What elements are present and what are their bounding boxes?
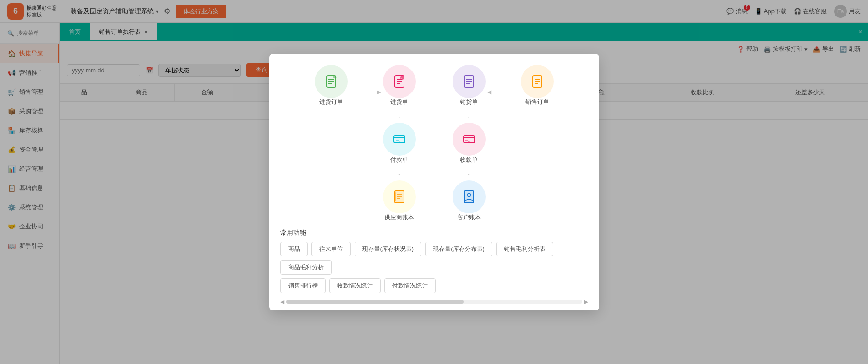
logo-icon: 6 [7, 3, 24, 20]
date-start-input[interactable] [67, 64, 140, 76]
common-function-buttons-row2: 销售排行榜 收款情况统计 付款情况统计 [280, 278, 588, 293]
sidebar-item-basic[interactable]: 📋 基础信息 [0, 179, 59, 198]
user-avatar: Ea [834, 5, 847, 18]
sidebar-item-enterprise[interactable]: 🤝 企业协同 [0, 217, 59, 236]
refresh-button[interactable]: 🔄 刷新 [840, 45, 861, 53]
cf-btn-product[interactable]: 商品 [280, 242, 308, 256]
purchase-bill-icon: ✓ [383, 65, 416, 98]
svg-rect-31 [394, 192, 396, 201]
tab-close-button[interactable]: × [144, 29, 147, 35]
svg-rect-27 [395, 191, 404, 203]
wf-node-sale-bill[interactable]: 销货单 [453, 65, 486, 106]
wf-node-sale-order[interactable]: 销售订单 [521, 65, 554, 106]
svg-point-34 [467, 193, 471, 197]
arrow-down-purchase: ↓ [383, 112, 416, 119]
guide-icon: 📖 [7, 242, 16, 250]
svg-text:✓: ✓ [400, 77, 402, 80]
refresh-icon: 🔄 [840, 46, 847, 53]
purchase-order-label: 进货订单 [319, 98, 343, 106]
message-badge: 5 [744, 5, 750, 11]
finance-icon: 💰 [7, 146, 16, 154]
print-dropdown-icon: ▾ [804, 46, 808, 53]
app-download-label: App下载 [764, 7, 786, 16]
online-service-button[interactable]: 🎧 在线客服 [794, 7, 827, 16]
workflow-modal[interactable]: 进货订单 ▶ ✓ 进货单 销货单 [269, 54, 599, 310]
wf-node-supplier-ledger[interactable]: 供应商账本 [383, 180, 416, 222]
cf-btn-payment-stats[interactable]: 付款情况统计 [384, 278, 436, 293]
sidebar-item-inventory[interactable]: 🏪 库存核算 [0, 121, 59, 140]
sidebar-item-finance[interactable]: 💰 资金管理 [0, 140, 59, 159]
user-label: 用友 [849, 7, 861, 16]
tab-home[interactable]: 首页 [60, 23, 90, 41]
help-button[interactable]: ❓ 帮助 [737, 45, 758, 53]
top-bar: 6 畅康通好生意 标准版 装备及固定资产辅助管理系统 ▾ ⚙ 体验行业方案 💬 … [0, 0, 868, 23]
inventory-icon: 🏪 [7, 126, 16, 135]
cf-btn-stock-status[interactable]: 现存量(库存状况表) [355, 242, 422, 256]
scroll-track[interactable] [286, 300, 582, 304]
col-pin: 品 [60, 84, 109, 102]
sales-icon: 🛒 [7, 88, 16, 96]
sidebar-item-marketing[interactable]: 📢 营销推广 [0, 63, 59, 82]
scroll-right-button[interactable]: ▶ [584, 299, 588, 305]
sidebar-item-operation[interactable]: 📊 经营管理 [0, 159, 59, 179]
sidebar-search-area: 🔍 搜索菜单 [0, 23, 59, 44]
sidebar-item-sales[interactable]: 🛒 销售管理 [0, 82, 59, 102]
payment-icon: ¥ [383, 123, 416, 156]
svg-rect-20 [396, 140, 399, 141]
status-select[interactable]: 单据状态 [158, 64, 241, 77]
wf-node-purchase-bill[interactable]: ✓ 进货单 [383, 65, 416, 106]
cf-btn-contacts[interactable]: 往来单位 [311, 242, 351, 256]
nav-tabs: 首页 销售订单执行表 × × [60, 23, 868, 41]
sidebar-item-purchase[interactable]: 📦 采购管理 [0, 102, 59, 121]
sidebar-item-guide[interactable]: 📖 新手引导 [0, 236, 59, 255]
common-functions-title: 常用功能 [280, 229, 588, 237]
experience-button[interactable]: 体验行业方案 [176, 5, 226, 18]
top-right-actions: 💬 消息 5 📱 App下载 🎧 在线客服 Ea 用友 [726, 5, 861, 18]
svg-rect-24 [465, 140, 468, 141]
purchase-order-icon [315, 65, 348, 98]
customer-ledger-label: 客户账本 [457, 213, 481, 222]
enterprise-icon: 🤝 [7, 223, 16, 231]
search-icon: 🔍 [7, 30, 14, 37]
calendar-icon: 📅 [146, 67, 153, 74]
wf-node-purchase-order[interactable]: 进货订单 [315, 65, 348, 106]
scroll-left-button[interactable]: ◀ [280, 299, 284, 305]
service-icon: 🎧 [794, 8, 801, 15]
col-amount: 金额 [174, 84, 240, 102]
tab-sales-order-execution[interactable]: 销售订单执行表 × [90, 23, 157, 41]
cf-btn-product-profit[interactable]: 商品毛利分析 [280, 260, 332, 275]
wf-node-customer-ledger[interactable]: 客户账本 [453, 180, 486, 222]
arrow-down-payment: ↓ [383, 169, 416, 177]
message-button[interactable]: 💬 消息 5 [726, 7, 748, 16]
sidebar-item-quick-nav[interactable]: 🏠 快捷导航 [0, 44, 59, 63]
app-download-button[interactable]: 📱 App下载 [755, 7, 786, 16]
export-icon: 📤 [813, 46, 820, 53]
scroll-thumb [286, 300, 464, 304]
purchase-bill-label: 进货单 [390, 98, 408, 106]
close-all-tabs-button[interactable]: × [858, 28, 863, 36]
export-button[interactable]: 📤 导出 [813, 45, 834, 53]
online-service-label: 在线客服 [803, 7, 827, 16]
receipt-icon: ¥ [453, 123, 486, 156]
sale-bill-icon [453, 65, 486, 98]
arrow-down-receipt: ↓ [453, 169, 486, 177]
cf-btn-sale-profit[interactable]: 销售毛利分析表 [496, 242, 553, 256]
system-title-area: 装备及固定资产辅助管理系统 ▾ ⚙ 体验行业方案 [71, 5, 226, 18]
sidebar-search-button[interactable]: 🔍 搜索菜单 [5, 27, 55, 39]
settings-button[interactable]: ⚙ [164, 7, 170, 16]
cf-btn-receipt-stats[interactable]: 收款情况统计 [329, 278, 381, 293]
sale-bill-label: 销货单 [460, 98, 478, 106]
print-icon: 🖨️ [764, 46, 771, 53]
wf-node-payment[interactable]: ¥ 付款单 [383, 123, 416, 164]
print-button[interactable]: 🖨️ 按模板打印 ▾ [764, 45, 808, 53]
cf-btn-sale-ranking[interactable]: 销售排行榜 [280, 278, 326, 293]
supplier-ledger-label: 供应商账本 [384, 213, 414, 222]
sidebar: 🔍 搜索菜单 🏠 快捷导航 📢 营销推广 🛒 销售管理 📦 采购管理 [0, 23, 60, 364]
user-menu[interactable]: Ea 用友 [834, 5, 861, 18]
cf-btn-stock-dist[interactable]: 现存量(库存分布表) [425, 242, 492, 256]
wf-node-receipt[interactable]: ¥ 收款单 [453, 123, 486, 164]
basic-icon: 📋 [7, 184, 16, 192]
sale-order-label: 销售订单 [525, 98, 549, 106]
sidebar-item-system[interactable]: ⚙️ 系统管理 [0, 198, 59, 217]
system-dropdown-button[interactable]: ▾ [156, 8, 158, 15]
